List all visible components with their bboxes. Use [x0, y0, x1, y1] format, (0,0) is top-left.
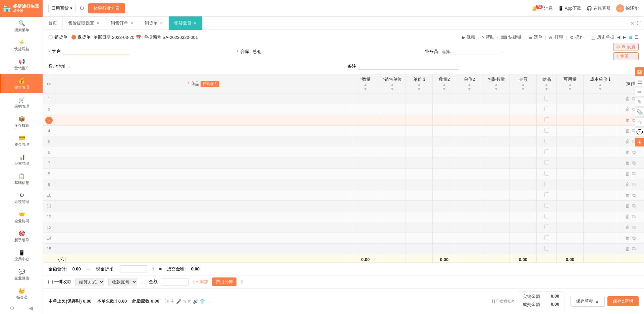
- cell-pack-10[interactable]: [483, 190, 510, 201]
- cell-product-14[interactable]: [55, 233, 352, 244]
- cell-product-8[interactable]: [55, 169, 352, 179]
- cell-unit-13[interactable]: [379, 222, 406, 233]
- sidebar-item-system[interactable]: ⚙系统管理: [0, 189, 43, 208]
- cell-product-1[interactable]: [55, 93, 352, 104]
- delete-row-3[interactable]: 🗑: [625, 117, 630, 123]
- cell-qty2-8[interactable]: [433, 169, 456, 179]
- cell-avail-11[interactable]: [557, 201, 584, 211]
- cell-product-2[interactable]: [55, 104, 352, 115]
- cell-pack-12[interactable]: [483, 211, 510, 222]
- cell-qty-13[interactable]: [352, 222, 379, 233]
- cell-unit2-11[interactable]: [456, 201, 483, 211]
- one-click-payment[interactable]: 一键收款: [48, 279, 71, 285]
- cell-qty-5[interactable]: [352, 136, 379, 147]
- cell-cost-8[interactable]: [584, 169, 617, 179]
- cell-unit-5[interactable]: [379, 136, 406, 147]
- cell-unit-2[interactable]: [379, 104, 406, 115]
- cell-cost-11[interactable]: [584, 201, 617, 211]
- scan-btn[interactable]: 扫码录入: [201, 81, 219, 87]
- copy-row-14[interactable]: ⧉: [632, 235, 636, 241]
- discount-input[interactable]: [120, 265, 147, 272]
- cell-unit2-9[interactable]: [456, 179, 483, 190]
- gift-checkbox-1[interactable]: [544, 96, 549, 101]
- cell-qty-14[interactable]: [352, 233, 379, 244]
- tab-close-sale-order[interactable]: ✕: [130, 21, 133, 25]
- special-action-icon[interactable]: ⊞: [635, 137, 644, 147]
- cell-qty-2[interactable]: [352, 104, 379, 115]
- chat-icon[interactable]: 💬: [635, 127, 644, 137]
- cell-price-3[interactable]: [406, 115, 433, 126]
- delete-row-2[interactable]: 🗑: [625, 107, 630, 112]
- cell-gift-10[interactable]: [537, 190, 557, 201]
- sort-unit[interactable]: ▲▼: [382, 82, 403, 91]
- cell-qty-12[interactable]: [352, 211, 379, 222]
- cell-unit2-7[interactable]: [456, 158, 483, 169]
- settings-icon[interactable]: ⚙: [10, 305, 14, 311]
- cell-product-3[interactable]: [55, 115, 352, 126]
- cell-pack-1[interactable]: [483, 93, 510, 104]
- gift-checkbox-9[interactable]: [544, 182, 549, 186]
- cell-amount-3[interactable]: [510, 115, 537, 126]
- cell-cost-5[interactable]: [584, 136, 617, 147]
- cell-qty2-14[interactable]: [433, 233, 456, 244]
- copy-row-11[interactable]: ⧉: [632, 203, 636, 208]
- cell-avail-1[interactable]: [557, 93, 584, 104]
- delete-row-10[interactable]: 🗑: [625, 192, 630, 198]
- delete-row-15[interactable]: 🗑: [625, 246, 630, 251]
- cell-qty2-11[interactable]: [433, 201, 456, 211]
- one-click-checkbox[interactable]: [48, 280, 53, 284]
- app-download-item[interactable]: 📱 App下载: [558, 5, 581, 11]
- star-icon[interactable]: ☆: [635, 117, 644, 127]
- gift-checkbox-7[interactable]: [544, 160, 549, 165]
- cell-cost-3[interactable]: [584, 115, 617, 126]
- cell-avail-9[interactable]: [557, 179, 584, 190]
- address-dots[interactable]: ...: [68, 64, 71, 69]
- cell-unit2-4[interactable]: [456, 126, 483, 136]
- cell-qty2-12[interactable]: [433, 211, 456, 222]
- add-payment-btn[interactable]: + + 添加: [193, 279, 208, 285]
- logistics-btn[interactable]: + 物流: [613, 52, 639, 60]
- cell-gift-14[interactable]: [537, 233, 557, 244]
- cell-unit-11[interactable]: [379, 201, 406, 211]
- sidebar-item-guide[interactable]: 🎯新手引导: [0, 227, 43, 246]
- gear-icon[interactable]: ⚙: [79, 5, 84, 11]
- cell-price-7[interactable]: [406, 158, 433, 169]
- cell-cost-4[interactable]: [584, 126, 617, 136]
- cell-qty-3[interactable]: [352, 115, 379, 126]
- gift-checkbox-6[interactable]: [544, 149, 549, 154]
- gift-checkbox-4[interactable]: [544, 128, 549, 133]
- staff-input[interactable]: [440, 48, 499, 55]
- cell-pack-7[interactable]: [483, 158, 510, 169]
- cell-avail-8[interactable]: [557, 169, 584, 179]
- copy-row-10[interactable]: ⧉: [632, 192, 636, 198]
- table-view-icon[interactable]: ▦: [635, 67, 644, 76]
- account-select[interactable]: 收款账号: [108, 278, 137, 286]
- gift-checkbox-8[interactable]: [544, 171, 549, 176]
- tab-home[interactable]: 首页: [43, 16, 63, 30]
- cell-gift-3[interactable]: [537, 115, 557, 126]
- calc-method-select[interactable]: 结算方式: [75, 278, 104, 286]
- cell-amount-14[interactable]: [510, 233, 537, 244]
- cell-pack-3[interactable]: [483, 115, 510, 126]
- gift-checkbox-2[interactable]: [544, 107, 549, 111]
- cell-gift-8[interactable]: [537, 169, 557, 179]
- cell-price-1[interactable]: [406, 93, 433, 104]
- cell-pack-5[interactable]: [483, 136, 510, 147]
- copy-row-6[interactable]: ⧉: [632, 149, 636, 155]
- cell-amount-7[interactable]: [510, 158, 537, 169]
- cell-product-10[interactable]: [55, 190, 352, 201]
- cell-pack-11[interactable]: [483, 201, 510, 211]
- cell-cost-14[interactable]: [584, 233, 617, 244]
- sort-qty[interactable]: ▲▼: [355, 82, 376, 91]
- cell-unit2-5[interactable]: [456, 136, 483, 147]
- video-action[interactable]: ▶ 视频: [462, 34, 475, 40]
- cell-amount-1[interactable]: [510, 93, 537, 104]
- cell-qty-11[interactable]: [352, 201, 379, 211]
- sidebar-item-finance[interactable]: 💳资金管理: [0, 131, 43, 150]
- cell-amount-2[interactable]: [510, 104, 537, 115]
- add-row-btn[interactable]: +: [45, 117, 53, 124]
- gift-checkbox-13[interactable]: [544, 225, 549, 229]
- cell-price-11[interactable]: [406, 201, 433, 211]
- cell-amount-10[interactable]: [510, 190, 537, 201]
- edit1-icon[interactable]: ✏: [635, 87, 644, 97]
